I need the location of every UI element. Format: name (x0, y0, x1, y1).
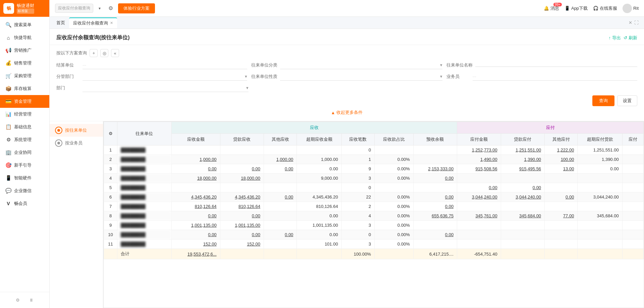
sidebar-item-member[interactable]: V 畅会员 (0, 197, 49, 210)
tab-receivable[interactable]: 应收应付余额查询 ✕ (69, 17, 117, 28)
table-cell[interactable]: 1,251,551.00 (501, 145, 544, 155)
table-cell[interactable]: 0.00 (220, 211, 264, 221)
table-cell[interactable]: 655,636.75 (413, 211, 457, 221)
table-cell[interactable] (545, 239, 578, 249)
tab-home[interactable]: 首页 (52, 18, 69, 28)
arrow-filter-btn[interactable]: « (111, 49, 119, 57)
sidebar-item-sales[interactable]: 💰 销售管理 (0, 57, 49, 70)
sidebar-item-guide[interactable]: 🎯 新手引导 (0, 159, 49, 172)
table-cell[interactable]: 1,000.00 (264, 155, 297, 164)
table-cell[interactable]: 0.00 (545, 192, 578, 202)
table-cell[interactable] (457, 202, 501, 211)
footer-ar-amount[interactable]: 19,553,472,6... (171, 249, 220, 259)
table-cell[interactable] (220, 155, 264, 164)
table-cell[interactable] (264, 174, 297, 183)
table-cell[interactable] (264, 221, 297, 230)
table-cell[interactable]: 1,001,135.00 (220, 221, 264, 230)
dropdown-btn[interactable]: ▾ (96, 5, 103, 12)
collapse-btn[interactable]: ▲ 收起更多条件 (331, 108, 363, 117)
table-cell[interactable] (413, 221, 457, 230)
table-cell[interactable] (413, 183, 457, 192)
table-cell[interactable] (501, 202, 544, 211)
sidebar-item-inventory[interactable]: 📦 库存核算 (0, 82, 49, 95)
window-maximize-icon[interactable]: ⛶ (634, 20, 639, 25)
online-service-btn[interactable]: 🎧 在线客服 (593, 5, 617, 11)
table-cell[interactable] (413, 155, 457, 164)
table-cell[interactable] (457, 239, 501, 249)
query-btn[interactable]: 查询 (592, 95, 614, 106)
table-cell[interactable]: 0.00 (457, 183, 501, 192)
table-cell[interactable]: 0.00 (171, 230, 220, 239)
messages-btn[interactable]: 🔔 消息 99+ (544, 5, 559, 11)
sidebar-item-wechat[interactable]: 💬 企业微信 (0, 184, 49, 197)
nav-item-by-unit[interactable]: 按往来单位 (50, 124, 103, 137)
table-cell[interactable] (413, 239, 457, 249)
app-download-btn[interactable]: 📱 App下载 (565, 5, 588, 11)
table-cell[interactable]: 3,044,240.00 (457, 192, 501, 202)
refresh-btn[interactable]: ↺ 刷新 (624, 35, 637, 41)
table-cell[interactable] (264, 183, 297, 192)
table-cell[interactable]: 0.00 (220, 164, 264, 174)
table-cell[interactable] (264, 202, 297, 211)
user-btn[interactable]: Rit (623, 4, 639, 13)
table-cell[interactable]: 0.00 (413, 202, 457, 211)
table-cell[interactable] (545, 174, 578, 183)
table-cell[interactable] (220, 145, 264, 155)
sidebar-item-quick[interactable]: ⌂ 快捷导航 (0, 31, 49, 44)
breadcrumb[interactable]: 应收应付余额查询 (55, 4, 93, 13)
table-cell[interactable] (264, 239, 297, 249)
sidebar-item-search[interactable]: 🔍 搜索菜单 (0, 18, 49, 31)
table-cell[interactable]: 1,252,773.00 (457, 145, 501, 155)
gear-icon[interactable]: ⚙ (106, 4, 115, 13)
table-cell[interactable]: 0.00 (171, 164, 220, 174)
table-cell[interactable]: 3,044,240.00 (501, 192, 544, 202)
table-cell[interactable] (220, 183, 264, 192)
table-cell[interactable] (264, 145, 297, 155)
settings-bottom-btn[interactable]: ⚙ (12, 296, 23, 305)
table-cell[interactable]: 100.00 (545, 155, 578, 164)
table-cell[interactable]: 1,490.00 (457, 155, 501, 164)
table-cell[interactable]: 0.00 (220, 230, 264, 239)
table-cell[interactable]: 0.00 (264, 192, 297, 202)
table-cell[interactable]: 4,345,436.20 (220, 192, 264, 202)
table-cell[interactable]: 0.00 (264, 164, 297, 174)
table-cell[interactable] (545, 183, 578, 192)
table-cell[interactable] (501, 230, 544, 239)
table-cell[interactable] (457, 221, 501, 230)
sidebar-item-hardware[interactable]: 📱 智能硬件 (0, 172, 49, 184)
th-settings[interactable]: ⚙ (104, 122, 117, 145)
table-cell[interactable]: 2,153,333.00 (413, 164, 457, 174)
table-cell[interactable]: 1,001,135.00 (171, 221, 220, 230)
table-cell[interactable] (171, 183, 220, 192)
table-cell[interactable]: 810,126.64 (220, 202, 264, 211)
table-cell[interactable]: 915,508.56 (457, 164, 501, 174)
table-cell[interactable]: 18,000.00 (171, 174, 220, 183)
sidebar-item-marketing[interactable]: 📢 营销推广 (0, 44, 49, 57)
target-filter-btn[interactable]: ◎ (100, 49, 108, 57)
settings-btn[interactable]: 设置 (617, 95, 637, 106)
tab-close-icon[interactable]: ✕ (110, 21, 113, 25)
table-cell[interactable]: 77.00 (545, 211, 578, 221)
sidebar-item-system[interactable]: ⚙ 系统管理 (0, 133, 49, 146)
sidebar-item-basic[interactable]: 📋 基础信息 (0, 121, 49, 133)
table-cell[interactable]: 0.00 (413, 230, 457, 239)
table-cell[interactable]: 4,345,436.20 (171, 192, 220, 202)
table-cell[interactable]: 345,684.00 (501, 211, 544, 221)
table-cell[interactable] (501, 239, 544, 249)
table-cell[interactable]: 0.00 (264, 230, 297, 239)
table-cell[interactable] (545, 202, 578, 211)
table-cell[interactable]: 345,761.00 (457, 211, 501, 221)
nav-item-by-staff[interactable]: 按业务员 (50, 137, 103, 149)
sidebar-item-finance[interactable]: 💳 资金管理 (0, 95, 49, 108)
table-cell[interactable] (501, 174, 544, 183)
table-cell[interactable]: 152.00 (220, 239, 264, 249)
table-cell[interactable]: 13.00 (545, 164, 578, 174)
table-cell[interactable]: 0.00 (413, 192, 457, 202)
window-close-icon[interactable]: ✕ (629, 20, 632, 25)
table-cell[interactable] (171, 145, 220, 155)
sidebar-item-operation[interactable]: 📊 经营管理 (0, 108, 49, 121)
table-cell[interactable] (501, 221, 544, 230)
table-cell[interactable]: 915,495.56 (501, 164, 544, 174)
table-cell[interactable]: 152.00 (171, 239, 220, 249)
table-cell[interactable]: 1,000.00 (171, 155, 220, 164)
